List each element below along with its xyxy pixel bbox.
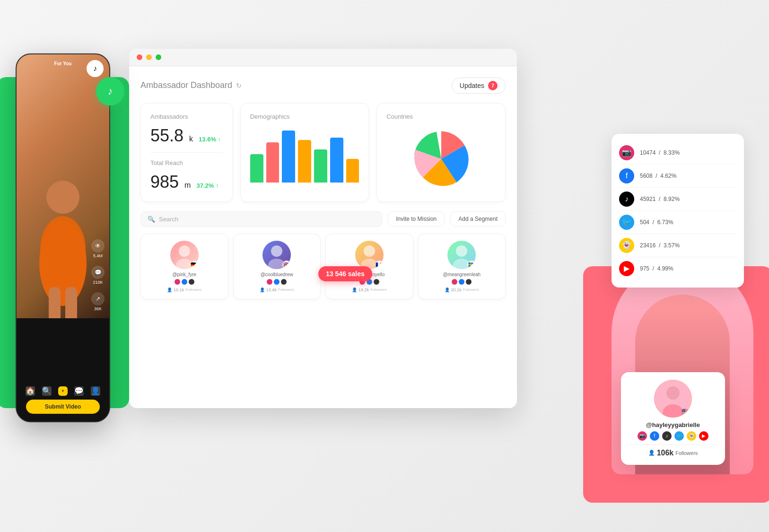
ambassador-social-icons bbox=[240, 279, 314, 285]
flag-badge: 🇬🇧 bbox=[282, 261, 291, 269]
social-icon: 👻 bbox=[619, 238, 634, 253]
total-reach-label: Total Reach bbox=[150, 159, 223, 166]
bar bbox=[314, 149, 327, 183]
add-segment-button[interactable]: Add a Segment bbox=[450, 211, 506, 227]
maximize-button[interactable] bbox=[156, 54, 161, 60]
profile-avatar: 🇺🇸 bbox=[654, 380, 692, 418]
ambassadors-label: Ambassadors bbox=[150, 113, 223, 120]
svg-point-4 bbox=[40, 216, 86, 282]
svg-point-12 bbox=[456, 245, 467, 257]
tt-dot bbox=[189, 279, 194, 285]
nav-add[interactable]: + bbox=[58, 386, 68, 396]
ambassador-username: @meangreenleah bbox=[425, 272, 499, 277]
bar bbox=[250, 154, 263, 183]
social-stats: 10474 / 8.33% bbox=[640, 149, 680, 156]
social-row: f 5608 / 4.62% bbox=[619, 165, 736, 188]
invite-to-mission-button[interactable]: Invite to Mission bbox=[388, 211, 445, 227]
demographics-label: Demographics bbox=[250, 113, 359, 120]
ambassador-followers: 👤20.1kFollowers bbox=[425, 288, 499, 292]
svg-point-10 bbox=[364, 245, 375, 257]
ambassador-list-section: 🔍 Search Invite to Mission Add a Segment… bbox=[140, 211, 506, 299]
search-box[interactable]: 🔍 Search bbox=[140, 211, 382, 227]
social-stats: 5608 / 4.62% bbox=[640, 173, 676, 179]
facebook-icon: f bbox=[650, 431, 659, 441]
ambassador-card[interactable]: 🇸🇪 @meangreenleah 👤20.1kFollowers bbox=[418, 234, 506, 299]
tiktok-sidebar: 👁 5.4M 💬 210K ↗ 36K bbox=[91, 239, 105, 311]
views-stat: 👁 5.4M bbox=[91, 239, 105, 258]
tiktok-icon: ♪ bbox=[662, 431, 672, 441]
insta-dot bbox=[267, 279, 272, 285]
dashboard-title: Ambassador Dashboard ↻ bbox=[140, 80, 242, 90]
bar-chart bbox=[250, 126, 359, 183]
minimize-button[interactable] bbox=[146, 54, 152, 60]
svg-point-15 bbox=[666, 386, 680, 400]
svg-point-8 bbox=[271, 245, 282, 257]
updates-button[interactable]: Updates 7 bbox=[452, 78, 506, 94]
social-row: ▶ 975 / 4.99% bbox=[619, 257, 736, 280]
ambassador-username: @pink_fyre bbox=[148, 272, 221, 277]
pie-chart bbox=[386, 126, 496, 192]
insta-dot bbox=[452, 279, 457, 285]
window-titlebar bbox=[129, 49, 517, 66]
ambassador-username: @coolbluedrew bbox=[240, 272, 314, 277]
dashboard-window: Ambassador Dashboard ↻ Updates 7 Ambassa… bbox=[129, 49, 517, 408]
sales-badge: 13 546 sales bbox=[318, 266, 372, 281]
ambassador-avatar: 🇸🇪 bbox=[447, 241, 476, 269]
tt-dot bbox=[281, 279, 287, 285]
bar bbox=[282, 131, 295, 183]
phone-bottom-bar: 🏠 🔍 + 💬 👤 Submit Video bbox=[17, 318, 109, 421]
twitter-icon: 🐦 bbox=[674, 431, 684, 441]
refresh-icon[interactable]: ↻ bbox=[236, 82, 242, 89]
social-row: 👻 23416 / 3.57% bbox=[619, 234, 736, 257]
nav-search[interactable]: 🔍 bbox=[42, 386, 52, 396]
social-stats: 45921 / 8.92% bbox=[640, 196, 680, 202]
phone-mockup: For You ♪ 👁 5.4M 💬 210K ↗ 36K bbox=[16, 53, 110, 422]
social-icon: 📷 bbox=[619, 145, 634, 160]
social-stats: 975 / 4.99% bbox=[640, 265, 673, 272]
ambassador-avatar: 🇩🇪 bbox=[170, 241, 199, 269]
ambassadors-card: Ambassadors 55.8k 13.6% ↑ Total Reach 98… bbox=[140, 103, 233, 202]
fb-dot bbox=[274, 279, 280, 285]
social-stats-panel: 📷 10474 / 8.33% f 5608 / 4.62% ♪ 45921 /… bbox=[612, 134, 744, 288]
ambassador-avatar: 🇫🇷 bbox=[355, 241, 384, 269]
profile-card: 🇺🇸 @hayleyygabrielle 📷 f ♪ 🐦 👻 ▶ 👤 106k … bbox=[621, 372, 725, 465]
flag-badge: 🇫🇷 bbox=[375, 261, 384, 269]
flag-badge: 🇸🇪 bbox=[467, 261, 476, 269]
submit-video-button[interactable]: Submit Video bbox=[26, 400, 100, 414]
bar bbox=[266, 142, 280, 183]
nav-home[interactable]: 🏠 bbox=[26, 386, 35, 396]
social-row: 📷 10474 / 8.33% bbox=[619, 141, 736, 165]
shares-stat: ↗ 36K bbox=[91, 292, 105, 311]
pie-svg bbox=[411, 128, 472, 190]
ambassador-followers: 👤19.2kFollowers bbox=[332, 288, 406, 292]
svg-point-0 bbox=[46, 181, 79, 214]
stats-row: Ambassadors 55.8k 13.6% ↑ Total Reach 98… bbox=[140, 103, 506, 202]
comments-stat: 💬 210K bbox=[91, 266, 105, 285]
total-reach-growth: 37.2% ↑ bbox=[196, 182, 218, 189]
ambassador-followers: 👤13.4kFollowers bbox=[240, 288, 314, 292]
nav-messages[interactable]: 💬 bbox=[74, 386, 84, 396]
social-icon: 🐦 bbox=[619, 215, 634, 230]
ambassador-avatar: 🇬🇧 bbox=[262, 241, 291, 269]
ambassador-followers: 👤10.1kFollowers bbox=[148, 288, 221, 292]
bar bbox=[298, 140, 311, 183]
for-you-label: For You bbox=[54, 61, 72, 66]
profile-username: @hayleyygabrielle bbox=[629, 421, 717, 428]
ambassador-social-icons bbox=[148, 279, 221, 285]
nav-profile[interactable]: 👤 bbox=[91, 386, 100, 396]
ambassador-social-icons bbox=[425, 279, 499, 285]
social-row: ♪ 45921 / 8.92% bbox=[619, 188, 736, 211]
demographics-card: Demographics bbox=[240, 103, 369, 202]
svg-point-6 bbox=[179, 245, 190, 257]
ambassadors-growth: 13.6% ↑ bbox=[199, 136, 221, 143]
close-button[interactable] bbox=[137, 54, 142, 60]
ambassador-card[interactable]: 🇩🇪 @pink_fyre 👤10.1kFollowers bbox=[140, 234, 228, 299]
search-icon: 🔍 bbox=[148, 216, 155, 223]
ambassador-card[interactable]: 🇬🇧 @coolbluedrew 👤13.4kFollowers bbox=[233, 234, 321, 299]
phone-nav: 🏠 🔍 + 💬 👤 bbox=[17, 383, 109, 400]
fb-dot bbox=[182, 279, 187, 285]
dashboard-header: Ambassador Dashboard ↻ Updates 7 bbox=[140, 78, 506, 94]
ambassadors-value: 55.8k 13.6% ↑ bbox=[150, 126, 223, 146]
social-stats: 23416 / 3.57% bbox=[640, 242, 680, 249]
social-stats: 504 / 6.73% bbox=[640, 219, 673, 226]
